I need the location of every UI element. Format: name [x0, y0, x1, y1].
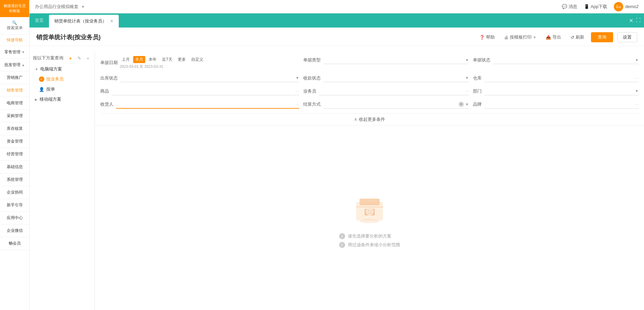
sidebar-item-finance[interactable]: 资金管理 — [0, 135, 29, 148]
left-panel-header: 按以下方案查询 + ✎ « — [30, 51, 95, 64]
tab-close-all-icon[interactable]: ✕ — [629, 17, 633, 24]
goods-more-icon[interactable]: ··· — [295, 88, 299, 94]
avatar: Ea — [614, 2, 623, 11]
consignee-label: 收货人 — [100, 101, 113, 107]
stock-status-input[interactable] — [120, 75, 296, 81]
salesperson-input[interactable] — [319, 89, 465, 94]
refresh-icon: ↺ — [571, 35, 574, 40]
print-btn[interactable]: 🖨 按模板打印 ▼ — [501, 33, 539, 42]
sidebar-item-retail[interactable]: 零售管理 ▼ — [0, 46, 29, 59]
edit-scheme-btn[interactable]: ✎ — [76, 55, 83, 61]
department-input[interactable] — [484, 89, 635, 94]
filter-doc-type-field: 单据类型 ▼ — [303, 56, 469, 64]
settlement-clear-btn[interactable]: ✕ — [459, 102, 464, 107]
sidebar-item-operations[interactable]: 经营管理 — [0, 148, 29, 161]
tab-sales-stats[interactable]: 销货单统计表（按业务员） ✕ — [49, 15, 119, 28]
basic-label: 基础信息 — [7, 164, 23, 169]
filter-salesperson-field: 业务员 ··· — [303, 87, 469, 95]
filter-goods-field: 商品 ··· — [100, 87, 299, 95]
topbar-right: 💬 消息 📱 App下载 Ea demo2 — [562, 2, 639, 11]
query-btn[interactable]: 查询 — [591, 32, 613, 42]
filter-section: 单据日期 上月 本月 本年 近7天 更多 自定义 — [95, 51, 644, 125]
sidebar-item-enterprise[interactable]: 企业协同 — [0, 186, 29, 199]
date-tab-more[interactable]: 更多 — [176, 56, 188, 63]
stock-status-label: 出库状态 — [100, 75, 118, 81]
tab-home[interactable]: 首页 — [30, 13, 49, 28]
tree-mobile-label[interactable]: ▶ 移动端方案 — [30, 94, 95, 104]
date-tab-last-7[interactable]: 近7天 — [160, 56, 174, 63]
settlement-chevron: ▼ — [465, 102, 469, 106]
add-scheme-btn[interactable]: + — [67, 55, 74, 61]
sidebar-item-system[interactable]: 系统管理 — [0, 173, 29, 186]
page-body: 按以下方案查询 + ✎ « ▼ 电脑端方案 — [30, 51, 644, 310]
date-tab-this-year[interactable]: 本年 — [147, 56, 159, 63]
newbie-label: 新手引导 — [7, 203, 23, 207]
goods-input[interactable] — [112, 89, 295, 94]
payment-status-input[interactable] — [323, 75, 465, 81]
date-tab-custom[interactable]: 自定义 — [189, 56, 205, 63]
sidebar-item-newbie[interactable]: 新手引导 — [0, 199, 29, 212]
empty-hints: 1 请先选择要分析的方案 2 用过滤条件来缩小分析范围 — [339, 233, 400, 248]
sidebar-item-apps[interactable]: 应用中心 — [0, 212, 29, 224]
tree-salesperson-item[interactable]: ✓ 按业务员 — [30, 74, 95, 84]
refresh-btn[interactable]: ↺ 刷新 — [568, 33, 587, 42]
help-btn[interactable]: ❓ 帮助 — [477, 33, 497, 42]
workspace-dropdown-icon[interactable]: ▼ — [81, 5, 85, 9]
tab-maximize-icon[interactable]: ⛶ — [636, 17, 641, 24]
tree-desktop-label[interactable]: ▼ 电脑端方案 — [30, 64, 95, 74]
doc-type-input[interactable] — [323, 57, 465, 62]
doc-status-label: 单据状态 — [473, 57, 490, 63]
app-logo[interactable]: 畅捷通好生意 标账版 — [0, 0, 29, 17]
sidebar-item-basic[interactable]: 基础信息 — [0, 161, 29, 173]
export-btn[interactable]: 📤 导出 — [543, 33, 564, 42]
filter-stock-status-field: 出库状态 ▼ — [100, 74, 299, 82]
topbar: 办公用品行业模拟账套 ▼ 💬 消息 📱 App下载 Ea demo2 — [30, 0, 644, 13]
settings-btn[interactable]: 设置 — [617, 32, 637, 42]
user-menu[interactable]: Ea demo2 — [614, 2, 639, 11]
tab-close-icon[interactable]: ✕ — [110, 19, 113, 23]
doc-status-input-wrapper: ▼ — [493, 56, 639, 64]
consignee-wrapper: ··· — [116, 100, 299, 109]
workspace-name[interactable]: 办公用品行业模拟账套 — [35, 4, 78, 10]
warehouse-input[interactable] — [484, 75, 635, 81]
filter-date-field: 单据日期 上月 本月 本年 近7天 更多 自定义 — [100, 56, 299, 69]
user-label: demo2 — [625, 4, 639, 9]
collapse-btn[interactable]: ∧ 收起更多条件 — [100, 113, 639, 125]
settlement-input[interactable] — [323, 102, 457, 107]
sidebar-item-sales[interactable]: 销售管理 — [0, 84, 29, 97]
collapse-panel-btn[interactable]: « — [85, 55, 91, 61]
date-tab-this-month[interactable]: 本月 — [133, 56, 145, 63]
date-controls: 上月 本月 本年 近7天 更多 自定义 2023-03-01 至 2023-03… — [120, 56, 299, 69]
app-download-btn[interactable]: 📱 App下载 — [584, 4, 607, 10]
tree-order-item[interactable]: 👤 按单 — [30, 84, 95, 94]
app-download-label: App下载 — [591, 4, 607, 10]
sidebar-item-marketing[interactable]: 营销推广 — [0, 71, 29, 84]
consignee-more-icon[interactable]: ··· — [295, 101, 299, 107]
main-area: 办公用品行业模拟账套 ▼ 💬 消息 📱 App下载 Ea demo2 首页 — [30, 0, 644, 310]
sidebar-item-quick-nav[interactable]: 快捷导航 — [0, 35, 29, 46]
stock-status-wrapper: ▼ — [120, 74, 299, 82]
sidebar-item-ecommerce[interactable]: 电商管理 — [0, 97, 29, 110]
date-tab-last-month[interactable]: 上月 — [120, 56, 132, 63]
doc-status-input[interactable] — [493, 57, 635, 62]
message-btn[interactable]: 💬 消息 — [562, 4, 577, 10]
sales-label: 销售管理 — [7, 88, 23, 93]
consignee-input[interactable] — [116, 102, 295, 107]
salesperson-more-icon[interactable]: ··· — [465, 88, 469, 94]
help-icon: ❓ — [479, 35, 485, 40]
warehouse-more-icon[interactable]: ··· — [635, 75, 639, 81]
quick-nav-label: 快捷导航 — [0, 37, 29, 43]
operations-label: 经营管理 — [7, 152, 23, 156]
brand-input[interactable] — [484, 102, 635, 107]
sidebar-item-purchase[interactable]: 采购管理 — [0, 110, 29, 122]
sidebar-item-wechat[interactable]: 企业微信 — [0, 224, 29, 237]
page-header: 销货单统计表(按业务员) ❓ 帮助 🖨 按模板打印 ▼ 📤 导出 — [30, 28, 644, 46]
sidebar-item-wholesale[interactable]: 批发管理 ▲ — [0, 59, 29, 71]
sidebar-item-inventory[interactable]: 库存核算 — [0, 122, 29, 135]
svg-point-3 — [360, 219, 380, 223]
brand-more-icon[interactable]: ··· — [635, 102, 639, 107]
sidebar-item-search[interactable]: 🔍 搜索菜单 — [0, 17, 29, 35]
filter-department-field: 部门 ▼ — [473, 87, 639, 95]
search-label: 搜索菜单 — [0, 25, 29, 31]
sidebar-item-members[interactable]: 畅会员 — [0, 237, 29, 250]
